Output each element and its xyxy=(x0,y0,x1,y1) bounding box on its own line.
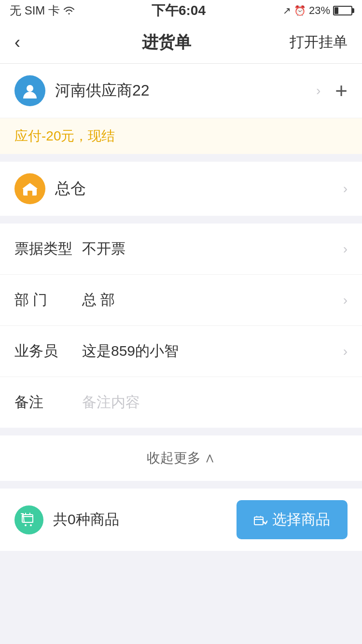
product-icon-wrap xyxy=(14,505,43,534)
remark-value: 备注内容 xyxy=(82,392,348,412)
invoice-type-row[interactable]: 票据类型 不开票 › xyxy=(0,224,362,275)
location-icon: ↗ xyxy=(283,5,291,16)
cart-icon xyxy=(21,512,37,528)
warehouse-chevron-icon: › xyxy=(343,181,348,196)
invoice-type-value: 不开票 xyxy=(82,239,343,259)
supplier-row[interactable]: 河南供应商22 › + xyxy=(0,64,362,118)
select-product-icon xyxy=(254,512,267,528)
status-right: ↗ ⏰ 23% xyxy=(283,4,352,17)
content-area: 河南供应商22 › + 应付-20元，现结 总仓 › 票据类型 不开票 › 部 … xyxy=(0,64,362,551)
collapse-label: 收起更多 ∧ xyxy=(147,449,216,467)
page-title: 进货单 xyxy=(142,31,191,54)
warehouse-icon-wrap xyxy=(14,173,45,204)
back-button[interactable]: ‹ xyxy=(14,32,43,53)
department-row[interactable]: 部 门 总 部 › xyxy=(0,275,362,326)
open-hang-order-button[interactable]: 打开挂单 xyxy=(290,32,348,52)
supplier-chevron-icon: › xyxy=(316,83,320,98)
warehouse-row[interactable]: 总仓 › xyxy=(0,162,362,216)
product-count: 共0种商品 xyxy=(53,510,237,530)
remark-row[interactable]: 备注 备注内容 xyxy=(0,377,362,428)
select-product-label: 选择商品 xyxy=(272,510,330,530)
department-label: 部 门 xyxy=(14,290,82,310)
battery-percentage: 23% xyxy=(309,4,330,17)
status-time: 下午6:04 xyxy=(152,1,206,20)
supplier-avatar xyxy=(14,75,45,106)
svg-rect-7 xyxy=(254,517,263,525)
department-chevron: › xyxy=(343,293,348,308)
supplier-card: 河南供应商22 › + 应付-20元，现结 xyxy=(0,64,362,154)
svg-rect-3 xyxy=(28,191,32,196)
salesperson-row[interactable]: 业务员 这是859的小智 › xyxy=(0,326,362,377)
department-value: 总 部 xyxy=(82,290,343,310)
battery-icon xyxy=(333,6,352,15)
supplier-name: 河南供应商22 xyxy=(55,80,316,101)
warehouse-icon xyxy=(21,180,39,197)
alarm-icon: ⏰ xyxy=(294,5,306,16)
form-section: 票据类型 不开票 › 部 门 总 部 › 业务员 这是859的小智 › 备注 备… xyxy=(0,224,362,428)
notice-banner: 应付-20元，现结 xyxy=(0,118,362,154)
svg-marker-2 xyxy=(22,183,38,189)
notice-text: 应付-20元，现结 xyxy=(14,128,115,143)
invoice-type-chevron: › xyxy=(343,241,348,257)
nav-bar: ‹ 进货单 打开挂单 xyxy=(0,21,362,64)
svg-point-0 xyxy=(27,85,33,92)
wifi-icon xyxy=(64,4,74,17)
select-product-button[interactable]: 选择商品 xyxy=(237,500,348,539)
status-bar: 无 SIM 卡 下午6:04 ↗ ⏰ 23% xyxy=(0,0,362,21)
salesperson-label: 业务员 xyxy=(14,341,82,361)
salesperson-chevron: › xyxy=(343,344,348,359)
remark-label: 备注 xyxy=(14,392,82,412)
bottom-section: 共0种商品 选择商品 xyxy=(0,489,362,551)
warehouse-name: 总仓 xyxy=(55,178,343,199)
salesperson-value: 这是859的小智 xyxy=(82,341,343,361)
add-supplier-button[interactable]: + xyxy=(335,80,348,101)
svg-point-6 xyxy=(30,524,32,526)
collapse-row[interactable]: 收起更多 ∧ xyxy=(0,435,362,481)
status-left: 无 SIM 卡 xyxy=(10,3,74,18)
svg-point-5 xyxy=(25,524,27,526)
invoice-type-label: 票据类型 xyxy=(14,239,82,259)
person-icon xyxy=(21,82,39,99)
carrier-label: 无 SIM 卡 xyxy=(10,3,60,18)
